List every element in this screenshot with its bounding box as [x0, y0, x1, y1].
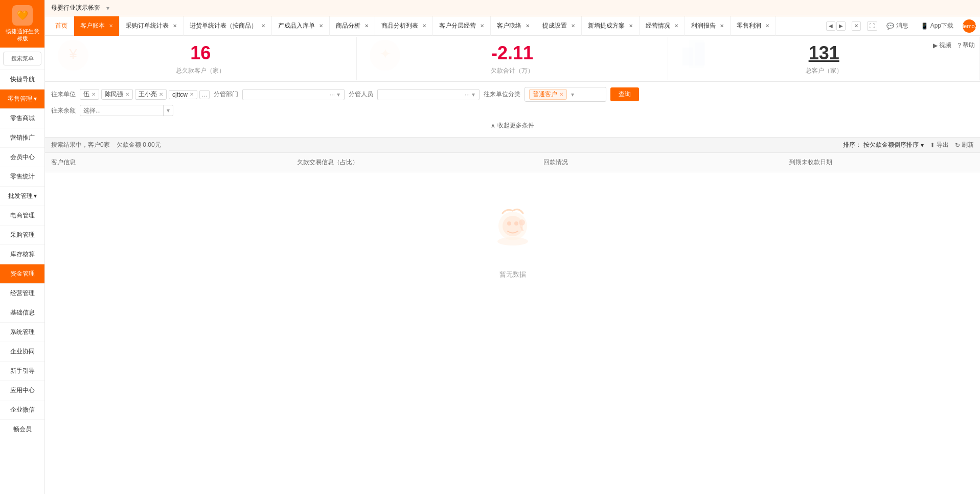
- filter-collapse-row: ∧ 收起更多条件: [51, 119, 974, 132]
- stat-value-total-customers[interactable]: 131: [809, 42, 839, 64]
- balance-dropdown-arrow[interactable]: ▾: [163, 105, 173, 116]
- sidebar-search-area: 搜索菜单: [0, 48, 44, 70]
- sidebar-item-member-center[interactable]: 会员中心: [0, 148, 44, 167]
- sidebar-item-app-center[interactable]: 应用中心: [0, 381, 44, 400]
- tab-inbound-stats[interactable]: 进货单统计表（按商品） ✕: [184, 16, 272, 36]
- search-menu-button[interactable]: 搜索菜单: [3, 52, 41, 65]
- stat-actions: ▶ 视频 ? 帮助: [933, 41, 975, 50]
- filter-row-2: 往来余额 ▾: [51, 105, 974, 116]
- tab-new-promotion[interactable]: 新增提成方案 ✕: [582, 16, 640, 36]
- close-tab-promotion-settings[interactable]: ✕: [571, 23, 575, 29]
- sidebar-item-system[interactable]: 系统管理: [0, 323, 44, 342]
- tab-customer-segment[interactable]: 客户分层经营 ✕: [433, 16, 491, 36]
- close-tab-product-analysis[interactable]: ✕: [364, 23, 369, 29]
- dept-dropdown[interactable]: ··· ▾: [242, 89, 345, 100]
- tab-customer-book[interactable]: 客户账本 ✕: [74, 16, 120, 36]
- refresh-button[interactable]: ↻ 刷新: [955, 141, 974, 149]
- table-header: 客户信息 欠款交易信息（占比） 回款情况 到期未收款日期: [45, 153, 980, 172]
- sidebar-item-vip[interactable]: 畅会员: [0, 420, 44, 439]
- filter-bar: 往来单位 伍 ✕ 陈民强 ✕ 王小亮 ✕ cjttcw ✕ ...: [45, 82, 980, 138]
- stat-bg-icon-1: ¥: [55, 37, 91, 80]
- close-tab-new-promotion[interactable]: ✕: [629, 23, 633, 29]
- stat-value-credit-customers: 16: [190, 42, 211, 64]
- close-tab-inbound[interactable]: ✕: [261, 23, 265, 29]
- sidebar-logo[interactable]: 🧡 畅捷通好生意 标版: [0, 0, 44, 48]
- sidebar-item-retail-mgmt[interactable]: 零售管理 ▾: [0, 89, 44, 109]
- close-tab-customer-segment[interactable]: ✕: [480, 23, 484, 29]
- filter-tag-wang: 王小亮 ✕: [135, 89, 167, 100]
- remove-selected-tag[interactable]: ✕: [559, 92, 563, 97]
- download-icon: 📱: [921, 23, 928, 30]
- tab-product-inbound[interactable]: 产成品入库单 ✕: [272, 16, 330, 36]
- remove-tag-wu[interactable]: ✕: [92, 92, 96, 97]
- sidebar-item-purchase-mgmt[interactable]: 采购管理: [0, 226, 44, 245]
- tab-customer-contact[interactable]: 客户联络 ✕: [491, 16, 536, 36]
- balance-dropdown[interactable]: ▾: [80, 105, 173, 116]
- sidebar-item-retail-shop[interactable]: 零售商城: [0, 109, 44, 128]
- person-dropdown[interactable]: ··· ▾: [377, 89, 480, 100]
- person-dropdown-dots: ···: [465, 91, 470, 98]
- close-tab-customer-book[interactable]: ✕: [109, 23, 113, 29]
- close-tab-product-analysis-list[interactable]: ✕: [422, 23, 426, 29]
- tab-retail-profit[interactable]: 零售利润 ✕: [731, 16, 776, 36]
- query-button[interactable]: 查询: [610, 87, 639, 101]
- tab-profit-report[interactable]: 利润报告 ✕: [685, 16, 731, 36]
- close-tab-purchase-order[interactable]: ✕: [173, 23, 177, 29]
- sub-navbar-dropdown-arrow[interactable]: ▾: [106, 5, 109, 12]
- remove-tag-chen[interactable]: ✕: [125, 92, 129, 97]
- svg-point-11: [514, 221, 518, 226]
- sidebar-item-quick-nav[interactable]: 快捷导航: [0, 70, 44, 89]
- sidebar-item-enterprise[interactable]: 企业协同: [0, 342, 44, 362]
- sidebar-item-finance[interactable]: 资金管理: [0, 264, 44, 284]
- remove-tag-wang[interactable]: ✕: [159, 92, 163, 97]
- stat-label-total-customers: 总客户（家）: [806, 66, 842, 75]
- sidebar-item-ecommerce[interactable]: 电商管理: [0, 206, 44, 226]
- message-icon: 💬: [886, 23, 894, 30]
- sidebar-item-newbie[interactable]: 新手引导: [0, 362, 44, 381]
- sidebar-item-base-info[interactable]: 基础信息: [0, 303, 44, 323]
- filter-tag-chen: 陈民强 ✕: [101, 89, 133, 100]
- sort-arrow-icon[interactable]: ▾: [921, 142, 924, 149]
- tab-promotion-settings[interactable]: 提成设置 ✕: [536, 16, 582, 36]
- tab-purchase-order-stats[interactable]: 采购订单统计表 ✕: [120, 16, 184, 36]
- person-dropdown-arrow: ▾: [472, 91, 475, 98]
- filter-row-1: 往来单位 伍 ✕ 陈民强 ✕ 王小亮 ✕ cjttcw ✕ ...: [51, 87, 974, 102]
- video-btn[interactable]: ▶ 视频: [933, 41, 951, 50]
- tab-product-analysis[interactable]: 商品分析 ✕: [330, 16, 375, 36]
- collapse-button[interactable]: ∧ 收起更多条件: [491, 119, 534, 132]
- dept-dropdown-arrow: ▾: [337, 91, 340, 98]
- sidebar-item-marketing[interactable]: 营销推广: [0, 128, 44, 148]
- filter-tag-wu: 伍 ✕: [80, 89, 99, 100]
- user-avatar[interactable]: demo2: [963, 19, 976, 33]
- remove-tag-cjttcw[interactable]: ✕: [190, 92, 194, 97]
- close-tab-retail-profit[interactable]: ✕: [765, 23, 769, 29]
- app-download-button[interactable]: 📱 App下载: [918, 20, 956, 31]
- tab-product-analysis-list[interactable]: 商品分析列表 ✕: [375, 16, 433, 36]
- sidebar-item-inventory[interactable]: 库存核算: [0, 245, 44, 264]
- top-navbar: 首页 客户账本 ✕ 采购订单统计表 ✕ 进货单统计表（按商品） ✕ 产成品入库单…: [45, 16, 980, 36]
- close-tab-operation[interactable]: ✕: [674, 23, 678, 29]
- close-tab-profit-report[interactable]: ✕: [720, 23, 724, 29]
- sidebar-item-wholesale-mgmt[interactable]: 批发管理▾: [0, 187, 44, 206]
- export-button[interactable]: ⬆ 导出: [930, 141, 949, 149]
- tab-maximize[interactable]: ⛶: [867, 21, 877, 31]
- tab-operation-status[interactable]: 经营情况 ✕: [640, 16, 685, 36]
- unit-class-dropdown[interactable]: 普通客户 ✕ ▾: [525, 87, 606, 102]
- message-button[interactable]: 💬 消息: [883, 20, 911, 31]
- sidebar-item-retail-stats[interactable]: 零售统计: [0, 167, 44, 187]
- help-btn[interactable]: ? 帮助: [958, 41, 975, 50]
- tab-scroll-left[interactable]: ◀: [826, 21, 835, 31]
- stat-total-credit-amount: ✦ -2.11 欠款合计（万）: [357, 37, 669, 80]
- stats-bar: ¥ 16 总欠款客户（家） ✦ -2.11 欠款合计（万）: [45, 36, 980, 82]
- sidebar-item-wechat[interactable]: 企业微信: [0, 400, 44, 420]
- close-tab-customer-contact[interactable]: ✕: [526, 23, 530, 29]
- tab-scroll-right[interactable]: ▶: [836, 21, 846, 31]
- filter-more-tags[interactable]: ...: [199, 90, 210, 99]
- sidebar-item-operation[interactable]: 经营管理: [0, 284, 44, 303]
- empty-text: 暂无数据: [499, 270, 526, 279]
- balance-input[interactable]: [80, 105, 163, 116]
- results-sort: 排序： 按欠款金额倒序排序 ▾: [843, 141, 924, 149]
- close-tab-product-inbound[interactable]: ✕: [319, 23, 323, 29]
- tab-close-all[interactable]: ✕: [852, 21, 861, 31]
- tab-home[interactable]: 首页: [49, 16, 74, 36]
